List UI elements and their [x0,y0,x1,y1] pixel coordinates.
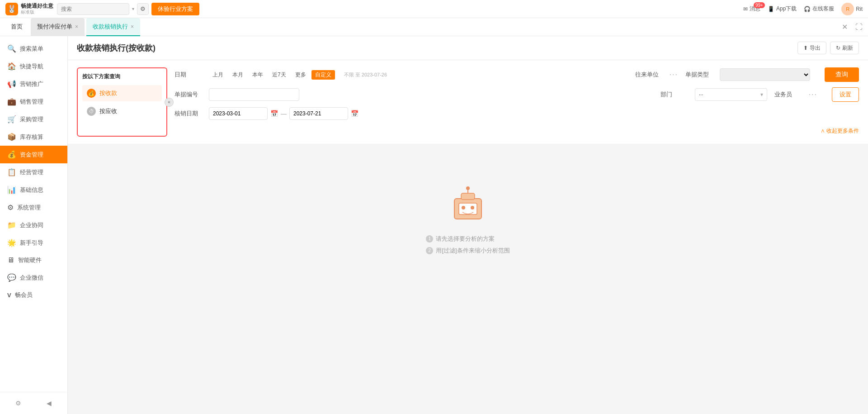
export-btn[interactable]: ⬆ 导出 [797,42,826,54]
set-btn[interactable]: 设置 [832,87,859,102]
sidebar-item-search[interactable]: 🔍 搜索菜单 [0,40,67,57]
dept-label: 部门 [660,90,688,99]
top-bar: 🐰 畅捷通好生意 标准版 ▾ ⚙ 休验行业方案 ✉ 消息 99+ 📱 App下载… [0,0,868,18]
sidebar-collapse-btn[interactable]: ◀ [35,396,64,410]
online-service-btn[interactable]: 🎧 在线客服 [804,5,834,13]
sidebar-item-guide[interactable]: 🌟 新手引导 [0,234,67,252]
sidebar-item-hardware-label: 智能硬件 [18,256,42,264]
filter-row-3: 核销日期 📅 — 📅 [175,107,859,120]
industry-btn[interactable]: 休验行业方案 [151,3,199,15]
verify-date-end[interactable] [289,107,348,120]
tip-1: 1 请先选择要分析的方案 [426,233,509,245]
counterpart-label: 往来单位 [635,71,662,79]
sidebar-item-operations[interactable]: 📋 经营管理 [0,163,67,181]
doc-type-select-wrap [720,68,810,81]
receipt-option-label: 按收款 [99,89,117,97]
svg-point-6 [466,186,470,190]
filter-row-2: 单据编号 部门 ··· ▾ 业务员 ··· 设置 [175,87,859,102]
tab-prepay[interactable]: 预付冲应付单 × [31,18,85,36]
collapse-icon: « [168,100,170,105]
app-download-btn[interactable]: 📱 App下载 [768,5,797,13]
date-tab-7days[interactable]: 近7天 [269,70,290,80]
logo-icon: 🐰 [5,3,18,15]
tab-close-window-btn[interactable]: ✕ [839,22,850,33]
empty-state: 1 请先选择要分析的方案 2 用[过滤]条件来缩小分析范围 [68,144,868,293]
filter-option-receivable[interactable]: ⏱ 按应收 [82,103,162,119]
query-btn[interactable]: 查询 [825,67,859,82]
cal-start-icon[interactable]: 📅 [270,110,278,117]
tab-receipt-verify-label: 收款核销执行 [93,23,128,31]
sidebar-item-sales[interactable]: 💼 销售管理 [0,93,67,110]
date-tab-thismonth[interactable]: 本月 [229,70,247,80]
date-tab-thisyear[interactable]: 本年 [249,70,267,80]
tab-home[interactable]: 首页 [4,18,30,36]
basics-icon: 📊 [7,186,16,194]
settings-icon[interactable]: ⚙ [137,3,149,15]
date-unlimit: 不限 至 2023-07-26 [344,71,387,78]
sidebar-item-basics[interactable]: 📊 基础信息 [0,181,67,199]
sidebar-item-inventory[interactable]: 📦 库存核算 [0,128,67,146]
staff-label: 业务员 [774,90,802,99]
verify-date-label: 核销日期 [175,109,202,118]
sidebar-item-system[interactable]: ⚙ 系统管理 [0,199,67,216]
filter-scheme-panel: 按以下方案查询 💰 按收款 ⏱ 按应收 « [77,67,167,137]
sidebar-bottom: ⚙ ◀ [0,392,67,414]
sidebar-item-operations-label: 经营管理 [20,168,43,176]
verify-date-range: 📅 — 📅 [209,107,359,120]
sidebar-item-system-label: 系统管理 [17,204,41,212]
empty-illustration [445,181,491,226]
verify-date-start[interactable] [209,107,268,120]
date-tab-lastmonth[interactable]: 上月 [209,70,227,80]
search-input[interactable] [57,3,129,15]
dropdown-arrow-icon[interactable]: ▾ [132,6,134,11]
user-info[interactable]: R Rit [841,3,863,15]
sidebar-item-enterprise[interactable]: 📁 企业协同 [0,216,67,234]
filter-area: 按以下方案查询 💰 按收款 ⏱ 按应收 « 日期 [68,60,868,144]
tab-prepay-close[interactable]: × [75,24,78,30]
page-title: 收款核销执行(按收款) [77,43,156,53]
sidebar-item-purchase[interactable]: 🛒 采购管理 [0,110,67,128]
tip1-num: 1 [426,235,433,243]
message-icon: ✉ [743,6,748,12]
date-tab-more[interactable]: 更多 [292,70,310,80]
dept-select[interactable]: ··· ▾ [695,88,767,101]
sidebar-settings-btn[interactable]: ⚙ [4,396,33,410]
collapse-link[interactable]: ∧ 收起更多条件 [821,127,859,135]
filter-panel-collapse-btn[interactable]: « [165,98,174,107]
date-tab-custom[interactable]: 自定义 [311,70,335,80]
refresh-btn[interactable]: ↻ 刷新 [830,42,859,54]
svg-point-2 [462,206,465,209]
tab-receipt-verify[interactable]: 收款核销执行 × [86,18,140,36]
date-tabs: 上月 本月 本年 近7天 更多 自定义 [209,70,335,80]
dept-placeholder: ··· [699,91,703,98]
sidebar-item-marketing[interactable]: 📢 营销推广 [0,75,67,93]
purchase-icon: 🛒 [7,115,16,124]
top-right-actions: ✉ 消息 99+ 📱 App下载 🎧 在线客服 R Rit [743,3,863,15]
sidebar: 🔍 搜索菜单 🏠 快捷导航 📢 营销推广 💼 销售管理 🛒 采购管理 📦 库存核… [0,36,68,414]
receipt-option-icon: 💰 [87,89,96,98]
sidebar-item-hardware[interactable]: 🖥 智能硬件 [0,252,67,269]
date-label: 日期 [175,71,202,79]
username: Rit [856,6,863,12]
tab-maximize-btn[interactable]: ⛶ [854,22,864,33]
filter-option-receipt[interactable]: 💰 按收款 [82,85,162,101]
sidebar-item-quicknav-label: 快捷导航 [20,62,43,71]
doc-num-input[interactable] [209,88,299,101]
staff-dots-btn[interactable]: ··· [809,90,817,99]
sidebar-item-quicknav[interactable]: 🏠 快捷导航 [0,57,67,75]
cal-end-icon[interactable]: 📅 [351,110,359,117]
filter-panel-title: 按以下方案查询 [82,73,162,81]
brand-name: 畅捷通好生意 [21,3,53,9]
sidebar-item-funds[interactable]: 💰 资金管理 [0,146,67,163]
sidebar-item-member[interactable]: V 畅会员 [0,286,67,304]
message-btn[interactable]: ✉ 消息 99+ [743,5,760,13]
counterpart-dots-btn[interactable]: ··· [670,71,678,79]
doc-type-select[interactable] [720,68,810,81]
wechat-icon: 💬 [7,273,16,282]
tip1-text: 请先选择要分析的方案 [436,233,495,245]
tab-receipt-verify-close[interactable]: × [131,24,134,30]
page-content: 收款核销执行(按收款) ⬆ 导出 ↻ 刷新 按以下方案查询 💰 按收款 [68,36,868,414]
service-icon: 🎧 [804,6,811,12]
sales-icon: 💼 [7,97,16,106]
sidebar-item-wechat[interactable]: 💬 企业微信 [0,269,67,286]
